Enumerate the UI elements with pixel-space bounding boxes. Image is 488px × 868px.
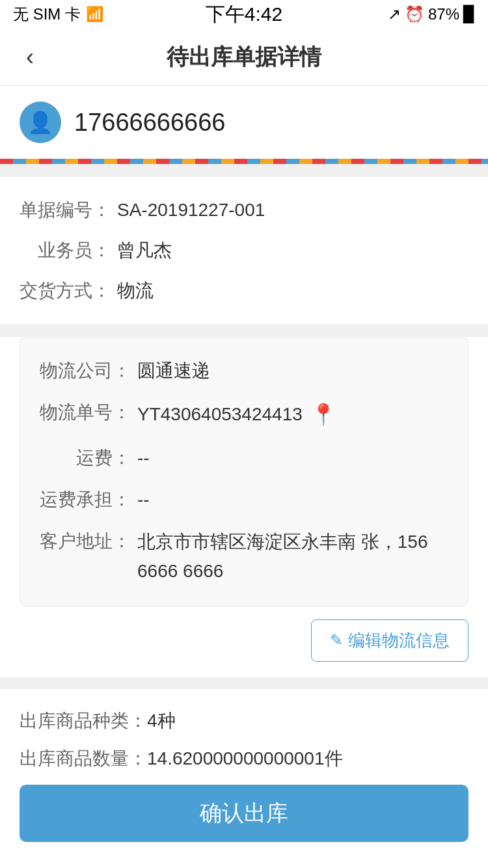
document-number-row: 单据编号： SA-20191227-001 — [20, 197, 468, 224]
freight-value: -- — [137, 444, 448, 472]
product-quantity-row: 出库商品数量： 14.620000000000001件 — [20, 746, 468, 771]
status-bar: 无 SIM 卡 📶 下午4:42 ↗ ⏰ 87% ▉ — [0, 0, 488, 29]
delivery-label: 交货方式： — [20, 277, 117, 305]
logistics-tracking-label: 物流单号： — [40, 399, 137, 426]
delivery-value: 物流 — [117, 277, 468, 305]
document-number-value: SA-20191227-001 — [117, 197, 468, 224]
address-value: 北京市市辖区海淀区永丰南 张，156 6666 6666 — [137, 528, 448, 586]
tracking-location-icon[interactable]: 📍 — [310, 399, 336, 430]
alarm-icon: ⏰ — [405, 5, 424, 23]
decorative-divider — [0, 159, 488, 164]
logistics-company-label: 物流公司： — [40, 357, 137, 385]
customer-phone: 17666666666 — [74, 109, 225, 137]
logistics-company-row: 物流公司： 圆通速递 — [40, 357, 448, 385]
freight-bearer-row: 运费承担： -- — [40, 486, 448, 513]
salesman-value: 曾凡杰 — [117, 237, 468, 264]
battery-icon: ▉ — [463, 5, 475, 23]
status-right: ↗ ⏰ 87% ▉ — [388, 5, 475, 23]
customer-header: 👤 17666666666 — [0, 86, 488, 159]
freight-label: 运费： — [40, 444, 137, 472]
wifi-icon: 📶 — [86, 6, 103, 23]
back-button[interactable]: ‹ — [20, 37, 40, 77]
logistics-tracking-value: YT43064053424413 📍 — [137, 399, 448, 430]
edit-icon: ✎ — [330, 631, 343, 649]
edit-btn-label: 编辑物流信息 — [348, 629, 450, 652]
product-quantity-label: 出库商品数量： — [20, 746, 147, 771]
carrier-label: 无 SIM 卡 — [13, 4, 81, 25]
product-quantity-value: 14.620000000000001件 — [147, 746, 343, 771]
logistics-tracking-row: 物流单号： YT43064053424413 📍 — [40, 399, 448, 430]
freight-row: 运费： -- — [40, 444, 448, 472]
confirm-btn-label: 确认出库 — [200, 798, 288, 828]
avatar-icon: 👤 — [27, 110, 53, 135]
salesman-row: 业务员： 曾凡杰 — [20, 237, 468, 264]
battery-label: 87% — [428, 5, 459, 23]
product-types-value: 4种 — [147, 709, 176, 733]
edit-btn-wrap: ✎ 编辑物流信息 — [0, 619, 488, 677]
address-row: 客户地址： 北京市市辖区海淀区永丰南 张，156 6666 6666 — [40, 528, 448, 586]
address-label: 客户地址： — [40, 528, 137, 555]
document-number-label: 单据编号： — [20, 197, 117, 224]
page-title: 待出库单据详情 — [167, 42, 321, 72]
freight-bearer-value: -- — [137, 486, 448, 513]
bottom-bar: 确认出库 — [0, 772, 488, 868]
logistics-wrapper: 物流公司： 圆通速递 物流单号： YT43064053424413 📍 运费： … — [0, 337, 488, 677]
status-time: 下午4:42 — [206, 1, 282, 28]
status-left: 无 SIM 卡 📶 — [13, 4, 103, 25]
delivery-row: 交货方式： 物流 — [20, 277, 468, 305]
confirm-outbound-button[interactable]: 确认出库 — [20, 785, 468, 842]
avatar: 👤 — [20, 102, 61, 143]
section-divider — [0, 677, 488, 689]
salesman-label: 业务员： — [20, 237, 117, 264]
edit-logistics-button[interactable]: ✎ 编辑物流信息 — [311, 619, 468, 662]
nav-bar: ‹ 待出库单据详情 — [0, 29, 488, 86]
logistics-company-value: 圆通速递 — [137, 357, 448, 385]
location-icon: ↗ — [388, 5, 401, 23]
product-types-label: 出库商品种类： — [20, 709, 147, 733]
product-types-row: 出库商品种类： 4种 — [20, 709, 468, 733]
logistics-card: 物流公司： 圆通速递 物流单号： YT43064053424413 📍 运费： … — [20, 337, 468, 606]
document-info-section: 单据编号： SA-20191227-001 业务员： 曾凡杰 交货方式： 物流 — [0, 177, 488, 324]
freight-bearer-label: 运费承担： — [40, 486, 137, 513]
